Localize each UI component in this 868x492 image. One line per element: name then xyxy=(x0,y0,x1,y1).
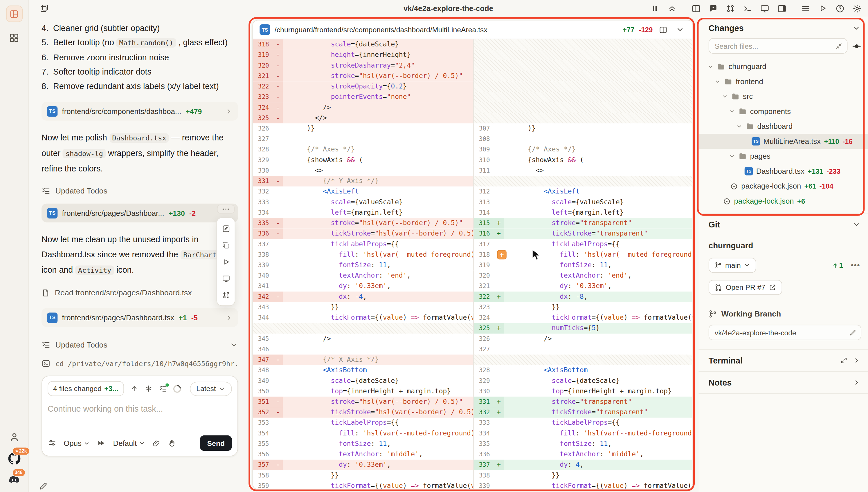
updated-todos-row[interactable]: Updated Todos xyxy=(42,187,238,196)
split-view-icon[interactable] xyxy=(657,24,669,36)
search-input[interactable] xyxy=(715,42,832,50)
screen-icon[interactable] xyxy=(758,2,771,15)
terminal-chip-icon xyxy=(42,359,50,368)
deletions-count: -2 xyxy=(189,209,196,217)
open-pr-button[interactable]: Open PR #7 xyxy=(709,280,782,295)
diff-left-cell: 358 }} xyxy=(253,470,473,481)
tree-folder-components[interactable]: components xyxy=(699,104,868,119)
sliders-icon[interactable] xyxy=(48,439,56,448)
diff-right-cell: 337+ dy: 4, xyxy=(473,460,693,470)
pause-button[interactable] xyxy=(648,2,662,15)
notes-section-header[interactable]: Notes xyxy=(699,371,868,394)
mode-dropdown[interactable]: Default xyxy=(113,439,145,447)
tree-folder-churnguard[interactable]: churnguard xyxy=(699,59,868,74)
file-chip[interactable]: TS frontend/src/pages/Dashboar... +130 -… xyxy=(42,204,238,222)
user-icon[interactable] xyxy=(7,430,21,444)
updated-todos-row[interactable]: Updated Todos xyxy=(42,340,238,349)
tree-folder-frontend[interactable]: frontend xyxy=(699,74,868,89)
run-icon[interactable] xyxy=(816,2,829,15)
chevron-down-icon xyxy=(729,108,735,115)
diff-right-cell: 312 <AxisLeft xyxy=(473,187,693,197)
arrow-up-icon[interactable] xyxy=(130,385,139,393)
diff-left-cell: 344 tickFormat={(value) => formatValue(v… xyxy=(253,313,473,323)
tree-file-Dashboard.tsx[interactable]: TSDashboard.tsx+131-233 xyxy=(699,164,868,178)
tree-file-package-lock.json[interactable]: package-lock.json+6 xyxy=(699,194,868,208)
diff-right-cell xyxy=(473,102,693,113)
deletions-count: -5 xyxy=(191,313,198,322)
git-compare-icon[interactable] xyxy=(217,287,235,303)
fast-forward-icon[interactable] xyxy=(97,439,106,448)
terminal-section-header[interactable]: Terminal xyxy=(699,349,868,371)
spark-icon[interactable] xyxy=(145,385,153,393)
terminal-command-row[interactable]: cd /private/var/folders/10/h7w0q46556ggr… xyxy=(42,359,238,368)
todo-list-icon[interactable] xyxy=(159,385,167,393)
chevron-down-icon[interactable] xyxy=(674,24,686,36)
chevron-down-icon xyxy=(715,79,721,85)
tree-file-package-lock.json[interactable]: package-lock.json+61-104 xyxy=(699,179,868,194)
attachment-icon[interactable] xyxy=(153,439,161,447)
workspace-layout-icon[interactable] xyxy=(6,5,22,22)
tree-file-MultiLineArea.tsx[interactable]: TSMultiLineArea.tsx+110-16 xyxy=(699,134,868,149)
working-branch-input[interactable] xyxy=(715,328,846,337)
model-dropdown[interactable]: Opus xyxy=(64,439,90,447)
diff-right-cell: 334 fill: 'hsl(var(--muted-foreground))'… xyxy=(473,428,693,439)
message-toolbar xyxy=(216,205,235,306)
diff-row: 341 dy: '0.33em',321 dy: '0.33em', xyxy=(253,281,693,292)
help-icon[interactable] xyxy=(833,2,846,15)
collapse-all-icon[interactable] xyxy=(665,2,679,15)
latest-dropdown[interactable]: Latest xyxy=(190,382,232,396)
git-commit-icon[interactable] xyxy=(852,41,861,50)
diff-row: 325- </> xyxy=(253,113,693,123)
pen-tool-icon[interactable] xyxy=(39,482,48,491)
chevron-right-icon[interactable] xyxy=(853,357,861,364)
hand-icon[interactable] xyxy=(168,439,176,447)
more-options-icon[interactable] xyxy=(217,205,235,214)
diff-left-cell: 357- dy: '0.33em', xyxy=(253,460,473,470)
diff-left-cell: 349 scale={dateScale} xyxy=(253,376,473,386)
chevron-down-icon[interactable] xyxy=(852,220,861,228)
diff-rows: 318- scale={dateScale}319- height={inner… xyxy=(253,39,693,489)
diff-right-cell: 339 tickFormat={(value) => formatValue(v… xyxy=(473,481,693,490)
settings-gear-icon[interactable] xyxy=(850,2,864,15)
list-item: 4.Cleaner grid (subtler opacity) xyxy=(42,21,238,35)
tabs-icon[interactable] xyxy=(38,2,51,15)
tree-folder-dashboard[interactable]: dashboard xyxy=(699,119,868,134)
send-button[interactable]: Send xyxy=(200,436,232,451)
tree-folder-pages[interactable]: pages xyxy=(699,149,868,164)
expand-icon[interactable] xyxy=(840,357,848,364)
chevron-right-icon[interactable] xyxy=(853,379,861,386)
read-file-row[interactable]: Read frontend/src/pages/Dashboard.tsx xyxy=(42,288,238,297)
terminal-icon[interactable] xyxy=(741,2,754,15)
more-options-icon[interactable]: ••• xyxy=(851,261,860,270)
screen-icon[interactable] xyxy=(217,270,235,287)
apps-grid-icon[interactable] xyxy=(7,31,21,44)
diff-left-cell: 329 {showAxis && ( xyxy=(253,155,473,165)
files-changed-pill[interactable]: 4 files changed +3... xyxy=(48,381,124,396)
run-message-icon[interactable] xyxy=(217,253,235,270)
chat-bubble-icon[interactable] xyxy=(706,2,720,15)
diff-row: 338 fill: 'hsl(var(--muted-foreground))'… xyxy=(253,249,693,260)
chevron-down-icon[interactable] xyxy=(852,24,861,32)
panel-left-icon[interactable] xyxy=(689,2,703,15)
chevron-down-icon[interactable] xyxy=(230,341,238,349)
edit-pencil-icon[interactable] xyxy=(849,329,857,336)
file-chip[interactable]: TS frontend/src/components/dashboa... +4… xyxy=(42,102,238,121)
file-chip[interactable]: TS frontend/src/pages/Dashboard.tsx +1 -… xyxy=(42,308,238,327)
copy-icon[interactable] xyxy=(217,237,235,253)
diff-row: 324- /> xyxy=(253,102,693,113)
package-lock-icon xyxy=(730,182,738,190)
add-comment-button[interactable]: + xyxy=(497,250,506,259)
panel-right-icon[interactable] xyxy=(775,2,789,15)
file-chip-label: frontend/src/pages/Dashboar... xyxy=(62,209,164,217)
tree-folder-src[interactable]: src xyxy=(699,89,868,104)
branch-selector[interactable]: main xyxy=(709,258,756,273)
diff-right-cell: 332+ tickStroke="transparent" xyxy=(473,407,693,417)
menu-icon[interactable] xyxy=(799,2,812,15)
diff-left-cell xyxy=(253,323,473,334)
diff-deletions: -129 xyxy=(639,26,653,34)
diff-right-cell: 318 fill: 'hsl(var(--muted-foreground))'… xyxy=(473,249,693,260)
collapse-tree-icon[interactable] xyxy=(835,42,842,50)
edit-message-icon[interactable] xyxy=(217,220,235,237)
git-compare-icon[interactable] xyxy=(723,2,737,15)
message-input[interactable]: Continue working on this task... xyxy=(48,396,232,435)
